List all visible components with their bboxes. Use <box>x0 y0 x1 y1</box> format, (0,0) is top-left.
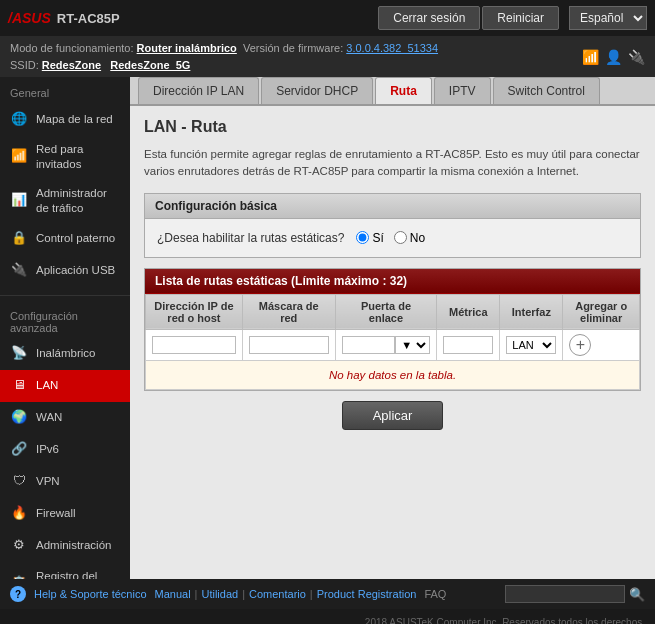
top-buttons: Cerrar sesión Reiniciar Español English <box>378 6 647 30</box>
sidebar-item-ipv6[interactable]: 🔗 IPv6 <box>0 434 130 466</box>
ipv6-icon: 🔗 <box>10 441 28 459</box>
cell-ip-input <box>146 329 243 360</box>
sidebar: General 🌐 Mapa de la red 📶 Red para invi… <box>0 77 130 579</box>
tab-ip-lan[interactable]: Dirección IP LAN <box>138 77 259 104</box>
firmware-label: Versión de firmware: <box>240 42 346 54</box>
add-route-button[interactable]: + <box>569 334 591 356</box>
footer: ? Help & Soporte técnico Manual | Utilid… <box>0 579 655 609</box>
no-data-row: No hay datos en la tabla. <box>146 360 640 389</box>
sidebar-item-system-log[interactable]: 📋 Registro del sistema <box>0 562 130 579</box>
col-header-interface: Interfaz <box>500 294 563 329</box>
sidebar-label-wan: WAN <box>36 410 62 425</box>
logo-area: /ASUS RT-AC85P <box>8 10 120 26</box>
no-data-cell: No hay datos en la tabla. <box>146 360 640 389</box>
page-content: LAN - Ruta Esta función permite agregar … <box>130 106 655 579</box>
sidebar-item-usb-app[interactable]: 🔌 Aplicación USB <box>0 255 130 287</box>
copyright-bar: 2018 ASUSTeK Computer Inc. Reservados to… <box>0 609 655 624</box>
product-reg-link[interactable]: Product Registration <box>317 588 417 600</box>
metric-input[interactable] <box>443 336 493 354</box>
ip-input[interactable] <box>152 336 236 354</box>
info-text: Modo de funcionamiento: Router inalámbri… <box>10 40 438 73</box>
mode-label: Modo de funcionamiento: <box>10 42 134 54</box>
sidebar-item-wireless[interactable]: 📡 Inalámbrico <box>0 338 130 370</box>
cell-add-btn: + <box>563 329 640 360</box>
sidebar-item-lan[interactable]: 🖥 LAN <box>0 370 130 402</box>
tab-ruta[interactable]: Ruta <box>375 77 432 104</box>
tab-switch-control[interactable]: Switch Control <box>493 77 600 104</box>
apply-section: Aplicar <box>144 391 641 436</box>
usb-app-icon: 🔌 <box>10 262 28 280</box>
wan-icon: 🌍 <box>10 409 28 427</box>
asus-logo: /ASUS <box>8 10 51 26</box>
radio-yes-label: Sí <box>372 231 383 245</box>
basic-config-section: Configuración básica ¿Desea habilitar la… <box>144 193 641 258</box>
gateway-type-select[interactable]: ▼ <box>395 336 430 354</box>
cell-gateway-input: ▼ <box>335 329 437 360</box>
model-name: RT-AC85P <box>57 11 120 26</box>
reboot-button[interactable]: Reiniciar <box>482 6 559 30</box>
route-table: Dirección IP de red o host Máscara de re… <box>145 294 640 390</box>
commentary-link[interactable]: Comentario <box>249 588 306 600</box>
sidebar-item-administration[interactable]: ⚙ Administración <box>0 530 130 562</box>
apply-button[interactable]: Aplicar <box>342 401 444 430</box>
ssid-5g: RedesZone_5G <box>110 59 190 71</box>
tab-iptv[interactable]: IPTV <box>434 77 491 104</box>
sidebar-item-traffic-manager[interactable]: 📊 Administrador de tráfico <box>0 179 130 223</box>
lan-icon: 🖥 <box>10 377 28 395</box>
static-routes-row: ¿Desea habilitar la rutas estáticas? Sí … <box>157 227 628 249</box>
sidebar-item-parental-control[interactable]: 🔒 Control paterno <box>0 223 130 255</box>
sidebar-label-lan: LAN <box>36 378 58 393</box>
radio-yes-input[interactable] <box>356 231 369 244</box>
user-icon[interactable]: 👤 <box>605 49 622 65</box>
language-select[interactable]: Español English <box>569 6 647 30</box>
col-header-action: Agregar o eliminar <box>563 294 640 329</box>
cell-interface-select: LAN WAN <box>500 329 563 360</box>
radio-no-option[interactable]: No <box>394 231 425 245</box>
utility-link[interactable]: Utilidad <box>201 588 238 600</box>
radio-yes-option[interactable]: Sí <box>356 231 383 245</box>
copyright-text: 2018 ASUSTeK Computer Inc. Reservados to… <box>365 617 645 625</box>
sidebar-label-parental-control: Control paterno <box>36 231 115 246</box>
network-map-icon: 🌐 <box>10 110 28 128</box>
sidebar-item-firewall[interactable]: 🔥 Firewall <box>0 498 130 530</box>
gateway-input[interactable] <box>342 336 396 354</box>
sidebar-advanced-section: Configuración avanzada 📡 Inalámbrico 🖥 L… <box>0 300 130 579</box>
interface-select[interactable]: LAN WAN <box>506 336 556 354</box>
sidebar-general-title: General <box>0 81 130 103</box>
mask-input[interactable] <box>249 336 329 354</box>
content-area: Dirección IP LAN Servidor DHCP Ruta IPTV… <box>130 77 655 579</box>
administration-icon: ⚙ <box>10 537 28 555</box>
cell-metric-input <box>437 329 500 360</box>
main-layout: General 🌐 Mapa de la red 📶 Red para invi… <box>0 77 655 579</box>
search-icon[interactable]: 🔍 <box>629 587 645 602</box>
sidebar-label-usb-app: Aplicación USB <box>36 263 115 278</box>
system-log-icon: 📋 <box>10 575 28 579</box>
signal-icon[interactable]: 📶 <box>582 49 599 65</box>
usb-icon[interactable]: 🔌 <box>628 49 645 65</box>
table-input-row: ▼ LAN WAN <box>146 329 640 360</box>
sidebar-item-guest-network[interactable]: 📶 Red para invitados <box>0 135 130 179</box>
footer-search-input[interactable] <box>505 585 625 603</box>
sidebar-item-vpn[interactable]: 🛡 VPN <box>0 466 130 498</box>
manual-link[interactable]: Manual <box>155 588 191 600</box>
sep3: | <box>310 588 313 600</box>
tab-dhcp[interactable]: Servidor DHCP <box>261 77 373 104</box>
footer-help-link[interactable]: Help & Soporte técnico <box>34 588 147 600</box>
sidebar-general-section: General 🌐 Mapa de la red 📶 Red para invi… <box>0 77 130 291</box>
logout-button[interactable]: Cerrar sesión <box>378 6 480 30</box>
sep1: | <box>195 588 198 600</box>
sidebar-item-network-map[interactable]: 🌐 Mapa de la red <box>0 103 130 135</box>
sidebar-label-guest-network: Red para invitados <box>36 142 120 172</box>
help-icon[interactable]: ? <box>10 586 26 602</box>
wireless-icon: 📡 <box>10 345 28 363</box>
page-title: LAN - Ruta <box>144 118 641 136</box>
sidebar-item-wan[interactable]: 🌍 WAN <box>0 402 130 434</box>
sep2: | <box>242 588 245 600</box>
footer-links: Manual | Utilidad | Comentario | Product… <box>155 588 447 600</box>
ssid-2g: RedesZone <box>42 59 101 71</box>
radio-no-input[interactable] <box>394 231 407 244</box>
sidebar-label-ipv6: IPv6 <box>36 442 59 457</box>
sidebar-label-firewall: Firewall <box>36 506 76 521</box>
info-icons: 📶 👤 🔌 <box>582 49 645 65</box>
col-header-metric: Métrica <box>437 294 500 329</box>
